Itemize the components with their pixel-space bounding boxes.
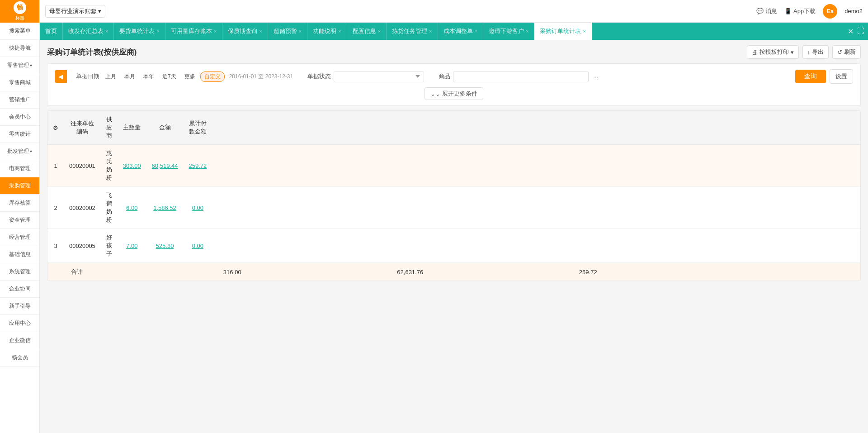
tab-usable-stock[interactable]: 可用量库存账本 ×	[165, 23, 222, 40]
sidebar-item-15[interactable]: 企业协同	[0, 281, 39, 298]
maximize-icon[interactable]: ⛶	[857, 27, 864, 35]
footer-total-qty: 316.00	[143, 269, 321, 276]
logo-text: 标题	[15, 15, 24, 21]
tab-label: 保质期查询	[228, 27, 257, 35]
sidebar-item-6[interactable]: 零售统计	[0, 126, 39, 143]
expand-label: 展开更多条件	[442, 90, 477, 98]
sidebar-item-4[interactable]: 营销推广	[0, 91, 39, 109]
tab-home[interactable]: 首页	[40, 23, 63, 40]
shortcut-custom[interactable]: 自定义	[200, 71, 225, 82]
close-all-icon[interactable]: ✕	[848, 27, 854, 36]
close-icon[interactable]: ×	[259, 29, 262, 34]
col-qty: 主数量	[118, 111, 146, 145]
row-qty[interactable]: 6.00	[118, 187, 146, 229]
settings-button[interactable]: 设置	[830, 69, 853, 84]
close-icon[interactable]: ×	[583, 29, 585, 34]
sidebar-item-11[interactable]: 资金管理	[0, 212, 39, 229]
col-paid: 累计付款金额	[183, 111, 212, 145]
tab-pick-task[interactable]: 拣货任务管理 ×	[387, 23, 438, 40]
col-settings[interactable]: ⚙	[47, 111, 64, 145]
shortcut-last-month[interactable]: 上月	[102, 71, 119, 82]
user-name[interactable]: demo2	[844, 8, 863, 14]
close-icon[interactable]: ×	[378, 29, 381, 34]
print-button[interactable]: 🖨 按模板打印 ▾	[747, 45, 799, 59]
data-table: ⚙ 往来单位编码 供应商 主数量 金额 累计付款金额 1 00020001 惠氏…	[47, 111, 860, 263]
close-icon[interactable]: ×	[526, 29, 528, 34]
sidebar-item-14[interactable]: 系统管理	[0, 263, 39, 281]
sidebar-item-7[interactable]: 批发管理▾	[0, 143, 39, 160]
row-amount[interactable]: 60,519.44	[146, 145, 184, 187]
close-icon[interactable]: ×	[299, 29, 302, 34]
tab-label: 可用量库存账本	[171, 27, 212, 35]
row-amount[interactable]: 525.80	[146, 229, 184, 263]
tab-overstock[interactable]: 超储预警 ×	[268, 23, 307, 40]
shortcut-this-month[interactable]: 本月	[121, 71, 138, 82]
expand-button[interactable]: ⌄⌄ 展开更多条件	[425, 87, 483, 100]
shortcut-7days[interactable]: 近7天	[159, 71, 179, 82]
close-icon[interactable]: ×	[105, 29, 108, 34]
row-paid[interactable]: 0.00	[183, 229, 212, 263]
tab-cost-adjust[interactable]: 成本调整单 ×	[438, 23, 483, 40]
tab-label: 配置信息	[353, 27, 376, 35]
message-button[interactable]: 💬 消息	[756, 7, 777, 15]
tab-purchase-stat[interactable]: 采购订单统计表 ×	[534, 23, 591, 40]
tab-config[interactable]: 配置信息 ×	[347, 23, 387, 40]
sidebar-item-17[interactable]: 应用中心	[0, 315, 39, 332]
goods-input[interactable]	[453, 71, 589, 82]
refresh-button[interactable]: ↺ 刷新	[832, 45, 861, 59]
status-select[interactable]	[334, 71, 424, 82]
sidebar-item-1[interactable]: 快捷导航	[0, 40, 39, 57]
sidebar-item-13[interactable]: 基础信息	[0, 246, 39, 263]
sidebar-item-9[interactable]: 采购管理	[0, 177, 39, 195]
tab-label: 拣货任务管理	[392, 27, 427, 35]
close-icon[interactable]: ×	[429, 29, 432, 34]
tab-order-stat[interactable]: 要货单统计表 ×	[114, 23, 165, 40]
query-button[interactable]: 查询	[795, 70, 826, 83]
avatar[interactable]: Ea	[823, 4, 837, 19]
top-bar-right: 💬 消息 📱 App下载 Ea demo2	[756, 4, 863, 19]
sidebar-item-5[interactable]: 会员中心	[0, 109, 39, 126]
company-selector[interactable]: 母婴行业演示账套 ▾	[45, 5, 105, 18]
sidebar-item-3[interactable]: 零售商城	[0, 74, 39, 91]
shortcut-this-year[interactable]: 本年	[140, 71, 157, 82]
close-icon[interactable]: ×	[338, 29, 341, 34]
close-icon[interactable]: ×	[214, 29, 217, 34]
tab-invite-customer[interactable]: 邀请下游客户 ×	[483, 23, 534, 40]
row-qty[interactable]: 303.00	[118, 145, 146, 187]
tab-expiry[interactable]: 保质期查询 ×	[222, 23, 268, 40]
row-supplier: 飞鹤奶粉	[101, 187, 118, 229]
sidebar-item-10[interactable]: 库存核算	[0, 195, 39, 212]
row-amount[interactable]: 1,586.52	[146, 187, 184, 229]
main-area: 母婴行业演示账套 ▾ 💬 消息 📱 App下载 Ea demo2 首页 收发存汇…	[40, 0, 868, 433]
chevron-down-icon: ▾	[30, 63, 32, 68]
col-code: 往来单位编码	[64, 111, 101, 145]
row-code: 00020005	[64, 229, 101, 263]
shortcut-more[interactable]: 更多	[181, 71, 198, 82]
sidebar-item-12[interactable]: 经营管理	[0, 229, 39, 246]
tab-receive-send[interactable]: 收发存汇总表 ×	[63, 23, 114, 40]
sidebar-item-8[interactable]: 电商管理	[0, 160, 39, 177]
tab-function[interactable]: 功能说明 ×	[307, 23, 347, 40]
sidebar-item-19[interactable]: 畅会员	[0, 349, 39, 366]
status-label: 单据状态	[307, 72, 331, 81]
export-label: 导出	[812, 48, 824, 56]
row-paid[interactable]: 259.72	[183, 145, 212, 187]
sidebar-item-0[interactable]: 搜索菜单	[0, 23, 39, 40]
row-code: 00020002	[64, 187, 101, 229]
more-options-icon[interactable]: ···	[593, 73, 598, 80]
page-title-bar: 采购订单统计表(按供应商) 🖨 按模板打印 ▾ ↓ 导出 ↺ 刷新	[47, 45, 861, 59]
sidebar-item-2[interactable]: 零售管理▾	[0, 57, 39, 74]
close-icon[interactable]: ×	[475, 29, 477, 34]
row-qty[interactable]: 7.00	[118, 229, 146, 263]
app-download-button[interactable]: 📱 App下载	[784, 7, 816, 15]
sidebar-item-18[interactable]: 企业微信	[0, 332, 39, 349]
logo[interactable]: 畅 标题	[0, 0, 39, 23]
collapse-button[interactable]: ◀	[55, 70, 67, 83]
row-paid[interactable]: 0.00	[183, 187, 212, 229]
tab-label: 收发存汇总表	[68, 27, 104, 35]
export-button[interactable]: ↓ 导出	[802, 45, 829, 59]
settings-icon[interactable]: ⚙	[53, 124, 58, 131]
sidebar-item-16[interactable]: 新手引导	[0, 298, 39, 315]
row-extra	[212, 145, 860, 187]
close-icon[interactable]: ×	[156, 29, 159, 34]
